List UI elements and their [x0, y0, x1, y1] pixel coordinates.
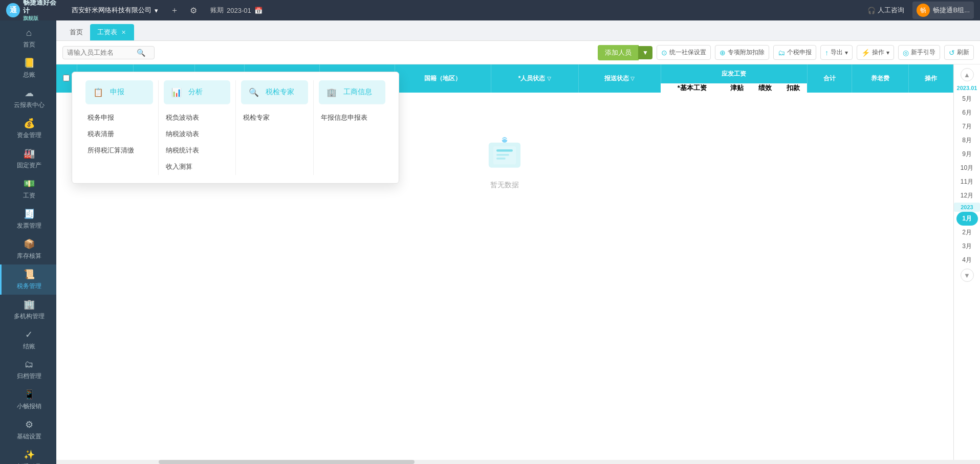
menu-item-income-calc[interactable]: 收入测算 — [164, 159, 231, 175]
user-menu-btn[interactable]: 畅 畅捷通B组... — [912, 2, 974, 19]
business-info-icon: 🏢 — [324, 84, 339, 100]
personal-tax-label: 个税申报 — [787, 48, 812, 57]
refresh-btn[interactable]: ↺ 刷新 — [944, 45, 974, 60]
archive-icon: 🗂 — [25, 359, 34, 370]
sidebar-item-mini-sales[interactable]: 📱 小畅报销 — [0, 385, 56, 415]
menu-section-declaration: 📋 申报 税务申报 税表清册 所得税汇算清缴 — [80, 80, 158, 175]
add-person-dropdown-btn[interactable]: ▼ — [638, 46, 652, 59]
sidebar-item-home[interactable]: ⌂ 首页 — [0, 24, 56, 53]
timeline-month-11[interactable]: 11月 — [956, 175, 978, 189]
social-insurance-icon: ⊙ — [661, 49, 667, 57]
sidebar-item-fund[interactable]: 💰 资金管理 — [0, 114, 56, 144]
menu-item-tax-burden[interactable]: 税负波动表 — [164, 109, 231, 126]
timeline-prev-year-btn[interactable]: ▲ — [961, 68, 974, 81]
sidebar: ⌂ 首页 📒 总账 ☁ 云报表中心 💰 资金管理 🏭 固定资产 💵 工资 🧾 发… — [0, 20, 56, 464]
timeline-month-7[interactable]: 7月 — [956, 120, 978, 134]
sidebar-item-label: 税务管理 — [17, 282, 41, 291]
timeline-month-3[interactable]: 3月 — [956, 239, 978, 253]
sidebar-item-salary[interactable]: 💵 工资 — [0, 174, 56, 204]
tab-home[interactable]: 首页 — [62, 24, 90, 40]
svg-rect-4 — [496, 158, 506, 160]
fund-icon: 💰 — [24, 118, 35, 129]
sidebar-item-inventory[interactable]: 📦 库存核算 — [0, 234, 56, 264]
personal-tax-btn[interactable]: 🗂 个税申报 — [773, 45, 816, 60]
search-input[interactable] — [67, 49, 134, 56]
timeline-month-12[interactable]: 12月 — [956, 189, 978, 203]
menu-item-tax-inspect[interactable]: 税检专家 — [241, 109, 308, 126]
horizontal-scrollbar[interactable] — [56, 460, 980, 464]
customer-service-btn[interactable]: 🎧 人工咨询 — [867, 6, 904, 15]
svg-point-6 — [502, 139, 503, 140]
tab-close-btn[interactable]: ✕ — [120, 29, 127, 36]
th-status: *人员状态 ▽ — [491, 64, 578, 93]
sidebar-item-multi-org[interactable]: 🏢 多机构管理 — [0, 295, 56, 325]
timeline-month-5[interactable]: 5月 — [956, 92, 978, 106]
company-selector[interactable]: 西安虾米网络科技有限公司 ▾ — [68, 4, 162, 17]
timeline-month-1[interactable]: 1月 — [956, 212, 978, 226]
cloud-icon: ☁ — [25, 87, 34, 99]
th-region: 国籍（地区） — [395, 64, 491, 93]
search-icon: 🔍 — [137, 49, 145, 57]
timeline-month-6[interactable]: 6月 — [956, 106, 978, 120]
search-box[interactable]: 🔍 — [62, 46, 155, 59]
settings-icon[interactable]: ⚙ — [187, 5, 200, 16]
ledger-icon: 📒 — [24, 57, 35, 69]
operations-icon: ⚡ — [861, 49, 870, 57]
home-tab-label: 首页 — [70, 28, 83, 37]
th-allowance: 津贴 — [723, 83, 751, 93]
social-insurance-label: 统一社保设置 — [669, 48, 706, 57]
timeline-month-4[interactable]: 4月 — [956, 253, 978, 267]
sidebar-item-invoice[interactable]: 🧾 发票管理 — [0, 204, 56, 234]
timeline-prev-year-label: 2023.01 — [957, 83, 977, 92]
filter-status-icon[interactable]: ▽ — [547, 76, 551, 81]
sidebar-item-label: 库存核算 — [17, 252, 41, 260]
timeline-month-10[interactable]: 10月 — [956, 161, 978, 175]
th-report-status: 报送状态 ▽ — [578, 64, 661, 93]
sidebar-item-label: 结账 — [23, 342, 35, 351]
scrollbar-thumb[interactable] — [159, 460, 415, 464]
menu-item-tax-form[interactable]: 税表清册 — [85, 126, 153, 142]
th-total: 合计 — [807, 64, 852, 93]
add-person-button[interactable]: 添加人员 — [598, 45, 639, 60]
tab-salary[interactable]: 工资表 ✕ — [90, 24, 134, 40]
export-btn[interactable]: ↑ 导出 ▾ — [820, 45, 853, 60]
sidebar-item-cloud-report[interactable]: ☁ 云报表中心 — [0, 83, 56, 114]
sidebar-item-guide[interactable]: ✨ 新手引导 — [0, 445, 56, 464]
operations-btn[interactable]: ⚡ 操作 ▾ — [857, 45, 894, 60]
sidebar-item-label: 基础设置 — [17, 432, 41, 441]
export-icon: ↑ — [825, 49, 829, 57]
invoice-icon: 🧾 — [24, 208, 35, 219]
timeline-month-9[interactable]: 9月 — [956, 147, 978, 161]
th-payroll-group: 应发工资 — [661, 64, 807, 83]
close-period-icon: ✓ — [25, 329, 33, 340]
tab-bar: 首页 工资表 ✕ — [56, 20, 980, 41]
select-all-checkbox[interactable] — [63, 75, 70, 81]
filter-report-icon[interactable]: ▽ — [630, 76, 635, 81]
sidebar-item-archive[interactable]: 🗂 归档管理 — [0, 355, 56, 385]
guide-icon-toolbar: ◎ — [903, 49, 909, 57]
sidebar-item-label: 归档管理 — [17, 372, 41, 381]
guide-btn[interactable]: ◎ 新手引导 — [898, 45, 940, 60]
menu-item-income-tax[interactable]: 所得税汇算清缴 — [85, 142, 153, 159]
sidebar-item-close-period[interactable]: ✓ 结账 — [0, 325, 56, 355]
timeline-month-8[interactable]: 8月 — [956, 134, 978, 147]
sidebar-item-settings[interactable]: ⚙ 基础设置 — [0, 415, 56, 445]
sidebar-item-tax[interactable]: 📜 税务管理 — [0, 264, 56, 295]
menu-section-business-info: 🏢 工商信息 年报信息申报表 — [313, 80, 391, 175]
salary-icon: 💵 — [24, 178, 35, 189]
social-insurance-btn[interactable]: ⊙ 统一社保设置 — [657, 45, 711, 60]
sidebar-item-fixed-assets[interactable]: 🏭 固定资产 — [0, 144, 56, 174]
sidebar-item-label: 云报表中心 — [14, 101, 45, 109]
add-company-btn[interactable]: ＋ — [167, 4, 182, 17]
calendar-icon[interactable]: 📅 — [254, 7, 263, 14]
menu-item-tax-payment[interactable]: 纳税波动表 — [164, 126, 231, 142]
special-deduction-btn[interactable]: ⊕ 专项附加扣除 — [715, 45, 769, 60]
menu-item-tax-declare[interactable]: 税务申报 — [85, 109, 153, 126]
menu-section-business-info-header: 🏢 工商信息 — [319, 80, 386, 104]
timeline-next-year-btn[interactable]: ▼ — [961, 269, 974, 282]
inventory-icon: 📦 — [24, 238, 35, 250]
timeline-month-2[interactable]: 2月 — [956, 226, 978, 239]
menu-item-tax-stats[interactable]: 纳税统计表 — [164, 142, 231, 159]
sidebar-item-ledger[interactable]: 📒 总账 — [0, 53, 56, 83]
menu-item-annual-report[interactable]: 年报信息申报表 — [319, 109, 386, 126]
